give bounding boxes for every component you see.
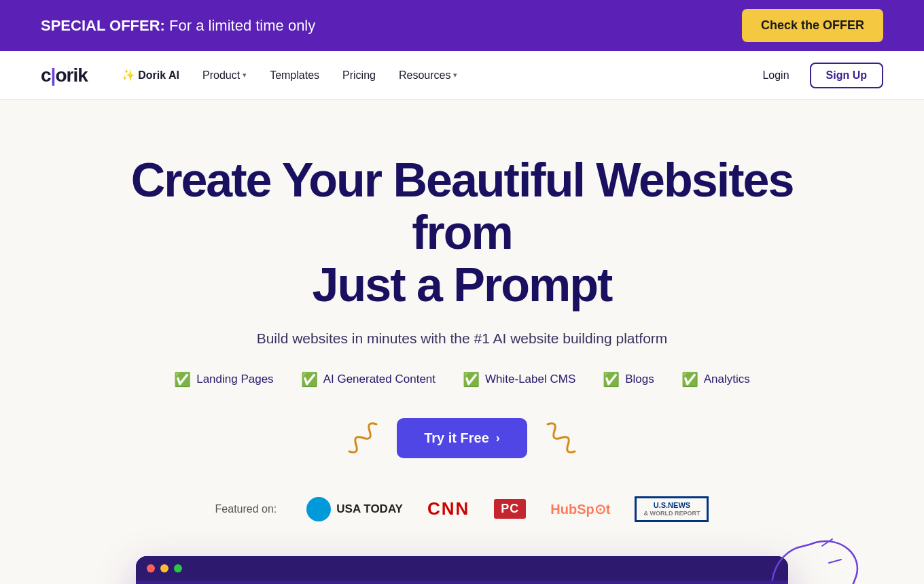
chevron-down-icon-resources: ▾: [453, 71, 457, 80]
navbar: c|orik ✨ Dorik AI Product ▾ Templates Pr…: [0, 51, 924, 100]
nav-item-product[interactable]: Product ▾: [193, 64, 256, 87]
feature-white-label: ✅ White-Label CMS: [463, 371, 575, 388]
banner-text-regular: For a limited time only: [169, 17, 315, 34]
logo-usa-today: USA TODAY: [306, 497, 403, 521]
try-free-label: Try it Free: [424, 430, 489, 446]
logo-hubspot: HubSp⊙t: [550, 501, 610, 517]
check-icon: ✅: [174, 371, 191, 388]
featured-section: Featured on: USA TODAY CNN PC HubSp⊙t U.…: [27, 496, 897, 522]
check-icon-blogs: ✅: [603, 371, 620, 388]
nav-resources-label: Resources: [399, 69, 450, 82]
try-free-button[interactable]: Try it Free ›: [397, 418, 527, 458]
hero-title-line2: Just a Prompt: [313, 258, 612, 311]
nav-links: ✨ Dorik AI Product ▾ Templates Pricing R…: [112, 63, 467, 87]
feature-ai-content: ✅ AI Generated Content: [301, 371, 436, 388]
preview-window-titlebar: [136, 556, 788, 581]
hero-title-line1: Create Your Beautiful Websites from: [131, 154, 794, 259]
nav-pricing-label: Pricing: [342, 69, 376, 82]
preview-window: [136, 556, 788, 584]
hubspot-dot-icon: ⊙: [594, 502, 606, 517]
signup-button[interactable]: Sign Up: [810, 63, 883, 88]
hero-features: ✅ Landing Pages ✅ AI Generated Content ✅…: [27, 371, 897, 388]
banner-message: SPECIAL OFFER: For a limited time only: [41, 17, 315, 35]
nav-item-ai[interactable]: ✨ Dorik AI: [112, 63, 189, 87]
preview-body: [136, 581, 788, 584]
nav-item-pricing[interactable]: Pricing: [333, 64, 385, 87]
top-banner: SPECIAL OFFER: For a limited time only C…: [0, 0, 924, 51]
logo-cnn: CNN: [427, 498, 469, 519]
banner-text-bold: SPECIAL OFFER:: [41, 17, 165, 34]
feature-analytics: ✅ Analytics: [681, 371, 750, 388]
logo-pc-magazine: PC: [494, 499, 526, 519]
feature-blogs: ✅ Blogs: [603, 371, 654, 388]
nav-item-templates[interactable]: Templates: [260, 64, 329, 87]
chevron-down-icon: ▾: [243, 71, 247, 80]
check-icon-ai: ✅: [301, 371, 318, 388]
navbar-right: Login Sign Up: [753, 63, 883, 88]
usa-today-circle: [306, 497, 331, 521]
squiggle-left-decoration: [329, 417, 383, 458]
check-icon-analytics: ✅: [681, 371, 698, 388]
nav-item-resources[interactable]: Resources ▾: [389, 64, 467, 87]
login-button[interactable]: Login: [753, 64, 798, 87]
hero-section: Create Your Beautiful Websites from Just…: [0, 100, 924, 584]
window-dot-red: [147, 564, 155, 572]
logo[interactable]: c|orik: [41, 65, 88, 86]
nav-product-label: Product: [202, 69, 240, 82]
hero-subtitle: Build websites in minutes with the #1 AI…: [27, 330, 897, 347]
window-dot-green: [174, 564, 182, 572]
check-icon-cms: ✅: [463, 371, 480, 388]
squiggle-right-decoration: [541, 417, 595, 458]
feature-landing-pages: ✅ Landing Pages: [174, 371, 273, 388]
featured-logos: USA TODAY CNN PC HubSp⊙t U.S.NEWS & WORL…: [306, 496, 709, 522]
navbar-left: c|orik ✨ Dorik AI Product ▾ Templates Pr…: [41, 63, 467, 87]
cta-area: Try it Free ›: [27, 417, 897, 458]
logo-usnews: U.S.NEWS & WORLD REPORT: [635, 496, 709, 522]
preview-wrapper: [27, 556, 897, 584]
nav-templates-label: Templates: [270, 69, 319, 82]
window-dot-yellow: [160, 564, 168, 572]
banner-cta-button[interactable]: Check the OFFER: [742, 9, 883, 42]
arrow-right-icon: ›: [496, 431, 500, 445]
featured-label: Featured on:: [215, 503, 277, 515]
hero-title: Create Your Beautiful Websites from Just…: [122, 154, 802, 311]
